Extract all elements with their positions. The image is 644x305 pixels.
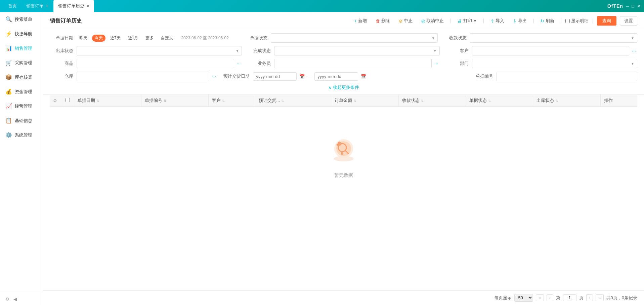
calendar-start-icon[interactable]: 📅	[299, 74, 305, 79]
product-more-btn[interactable]: ···	[235, 61, 242, 66]
maximize-btn[interactable]: □	[632, 4, 634, 9]
filter-area: 单据日期 昨天 今天 近7天 近1月 更多 自定义 2023-06-02 至 2…	[43, 29, 644, 95]
th-receipt-status-label: 收款状态	[402, 98, 420, 104]
cancel-stop-label: 取消中止	[426, 18, 444, 24]
completion-status-select[interactable]: ▼	[274, 46, 439, 55]
sidebar-label-search-menu: 搜索菜单	[15, 16, 32, 23]
delivery-status-select[interactable]: ▼	[77, 46, 242, 55]
close-tab-sales-history[interactable]: ✕	[86, 4, 89, 8]
setting-button[interactable]: 设置	[620, 16, 637, 26]
tab-sales-history[interactable]: 销售订单历史 ✕	[53, 0, 94, 12]
order-status-label: 单据状态	[244, 35, 271, 41]
amount-sort-icon: ⇅	[353, 99, 356, 103]
th-delivery[interactable]: 预计交货... ⇅	[255, 95, 331, 107]
close-btn[interactable]: ✕	[637, 4, 641, 9]
divider5	[593, 18, 593, 23]
date-tag-custom[interactable]: 自定义	[158, 35, 176, 42]
order-number-input[interactable]	[497, 72, 637, 81]
date-sort-icon: ⇅	[96, 99, 99, 103]
finance-icon: 💰	[5, 88, 12, 95]
sidebar-item-inventory[interactable]: 📦 库存核算	[0, 70, 43, 84]
page-number-input[interactable]	[563, 294, 576, 301]
close-tab-sales-order[interactable]: ✕	[46, 4, 49, 8]
salesperson-control: ···	[274, 59, 439, 68]
sidebar-item-sys-mgmt[interactable]: ⚙️ 系统管理	[0, 128, 43, 142]
sidebar-item-search-menu[interactable]: 🔍 搜索菜单	[0, 12, 43, 27]
minimize-btn[interactable]: ─	[626, 4, 629, 9]
brand-text: OfTEn	[607, 3, 623, 9]
export-button[interactable]: ⇩ 导出	[510, 16, 529, 25]
gear-icon[interactable]: ⚙	[53, 98, 57, 103]
inventory-icon: 📦	[5, 74, 12, 80]
th-customer[interactable]: 客户 ⇅	[209, 95, 255, 107]
sidebar-settings-icon[interactable]: ⚙	[5, 297, 9, 302]
expected-delivery-start[interactable]	[253, 72, 297, 81]
stop-icon: ⊘	[399, 18, 402, 24]
customer-input[interactable]	[472, 46, 630, 55]
th-receipt-status[interactable]: 收款状态 ⇅	[398, 95, 466, 107]
receipt-status-control: ▼	[470, 33, 637, 43]
delete-button[interactable]: 🗑 删除	[373, 16, 393, 25]
warehouse-more-btn[interactable]: ···	[211, 74, 217, 79]
cancel-stop-button[interactable]: ◎ 取消中止	[419, 16, 446, 25]
sidebar-label-purchase-mgmt: 采购管理	[15, 60, 32, 66]
sidebar-item-quick-nav[interactable]: ⚡ 快捷导航	[0, 27, 43, 41]
show-detail-checkbox-label[interactable]: 显示明细	[565, 18, 589, 24]
refresh-button[interactable]: ↻ 刷新	[538, 16, 557, 25]
calendar-end-icon[interactable]: 📅	[361, 74, 366, 79]
sidebar-collapse-icon[interactable]: ◀	[13, 297, 17, 302]
stop-button[interactable]: ⊘ 中止	[396, 16, 415, 25]
last-page-button[interactable]: »	[596, 294, 603, 301]
salesperson-input[interactable]	[274, 59, 432, 68]
date-tag-7days[interactable]: 近7天	[108, 35, 123, 42]
new-button[interactable]: + 新增	[352, 16, 370, 25]
print-button[interactable]: 🖨 打印 ▼	[455, 16, 479, 25]
tab-sales-order[interactable]: 销售订单 ✕	[22, 0, 53, 12]
sidebar-item-basic-info[interactable]: 📋 基础信息	[0, 113, 43, 128]
th-date[interactable]: 单据日期 ⇅	[74, 95, 141, 107]
expected-delivery-end[interactable]	[314, 72, 358, 81]
date-tag-more[interactable]: 更多	[143, 35, 156, 42]
select-all-checkbox[interactable]	[66, 98, 70, 102]
svg-point-7	[340, 143, 341, 143]
new-label: 新增	[358, 18, 367, 24]
warehouse-input[interactable]	[77, 72, 209, 81]
collapse-link[interactable]: ∧ 收起更多条件	[50, 84, 637, 90]
per-page-select[interactable]: 50 20 100	[514, 294, 533, 302]
date-tag-yesterday[interactable]: 昨天	[77, 35, 90, 42]
operation-icon: 📈	[5, 103, 12, 109]
sidebar-item-purchase-mgmt[interactable]: 🛒 采购管理	[0, 55, 43, 70]
print-label: 打印	[463, 18, 472, 24]
receipt-status-select[interactable]: ▼	[470, 33, 637, 43]
search-menu-icon: 🔍	[5, 16, 12, 23]
sidebar-item-operation[interactable]: 📈 经营管理	[0, 99, 43, 113]
show-detail-checkbox[interactable]	[565, 19, 570, 23]
sidebar-item-finance[interactable]: 💰 资金管理	[0, 84, 43, 99]
th-order-status[interactable]: 单据状态 ⇅	[466, 95, 533, 107]
date-tag-today[interactable]: 今天	[92, 35, 105, 42]
th-delivery-status[interactable]: 出库状态 ⇅	[533, 95, 600, 107]
tab-home[interactable]: 首页	[3, 0, 22, 12]
th-number-label: 单据编号	[145, 98, 162, 104]
sidebar-item-sales-mgmt[interactable]: 📊 销售管理	[0, 41, 43, 55]
product-input[interactable]	[77, 59, 234, 68]
prev-page-button[interactable]: ‹	[547, 294, 553, 301]
page-label: 页	[579, 295, 584, 301]
order-status-select[interactable]: ▼	[271, 33, 438, 43]
table-area: ⚙ 单据日期 ⇅ 单据编号	[43, 95, 644, 290]
divider1	[450, 18, 451, 23]
th-amount-label: 订单金额	[335, 98, 352, 104]
query-button[interactable]: 查询	[597, 16, 616, 26]
department-select[interactable]: ▼	[472, 59, 637, 68]
th-number[interactable]: 单据编号 ⇅	[141, 95, 208, 107]
import-button[interactable]: ⇪ 导入	[488, 16, 507, 25]
first-page-button[interactable]: «	[536, 294, 544, 301]
customer-more-btn[interactable]: ···	[631, 48, 637, 53]
date-range-text: 2023-06-02 至 2023-06-02	[181, 35, 228, 41]
salesperson-more-btn[interactable]: ···	[433, 61, 440, 66]
th-date-label: 单据日期	[78, 98, 95, 104]
th-amount[interactable]: 订单金额 ⇅	[331, 95, 398, 107]
order-status-control: ▼	[271, 33, 438, 43]
date-tag-1month[interactable]: 近1月	[125, 35, 141, 42]
next-page-button[interactable]: ›	[586, 294, 593, 301]
